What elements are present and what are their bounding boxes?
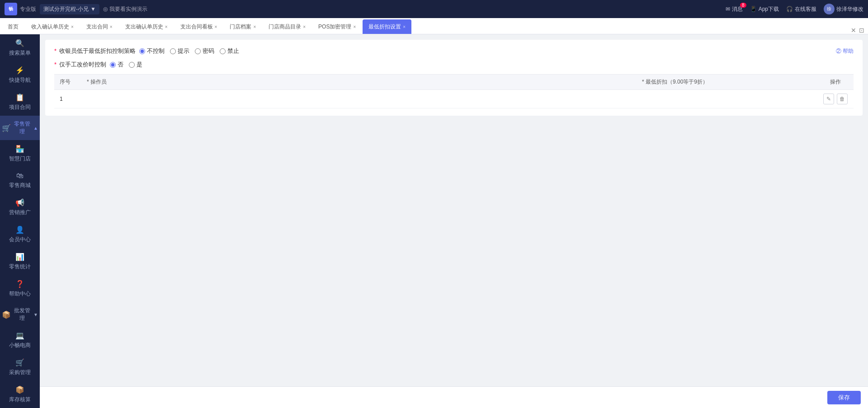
tab-close-payment_confirm[interactable]: × [165,24,168,29]
tab-close-min_discount[interactable]: × [403,24,406,29]
discount-policy-option-hint[interactable]: 提示 [170,47,189,55]
search-icon: 🔍 [15,39,24,47]
marketing-icon: 📢 [15,198,24,207]
sidebar-item-purchase[interactable]: 🛒采购管理 [0,354,40,381]
tab-label-payment_contract: 支出合同 [86,23,108,31]
sidebar-item-search[interactable]: 🔍搜索菜单 [0,34,40,61]
page-footer: 保存 [40,386,868,408]
discount-policy-row: * 收银员低于最低折扣控制策略 不控制提示密码禁止 ② 帮助 [54,47,854,55]
manual-price-label: * 仅手工改价时控制 [54,61,106,69]
retail-icon: 🛒 [2,124,11,132]
sidebar-item-online_store[interactable]: 🛍零售商城 [0,167,40,194]
sidebar-label-search: 搜索菜单 [9,49,31,57]
col-header-seq: 序号 [54,75,81,90]
discount-policy-option-no_control[interactable]: 不控制 [139,47,165,55]
row-discount-0 [637,90,817,108]
tab-pos_password[interactable]: POS加密管理× [312,19,362,34]
sidebar-item-shortcut[interactable]: ⚡快捷导航 [0,61,40,89]
sidebar-item-marketing[interactable]: 📢营销推广 [0,194,40,221]
dropdown-icon: ▼ [90,6,96,12]
tab-home[interactable]: 首页 [2,19,24,34]
tab-close-pos_password[interactable]: × [353,24,356,29]
project-name: 测试分开完程-小兄 [43,5,89,13]
tab-store_catalog[interactable]: 门店商品目录× [263,19,311,34]
sidebar-item-wholesale[interactable]: 📦批发管理▼ [0,302,40,327]
manual-price-radio-group: 否是 [110,61,142,69]
sidebar-item-member[interactable]: 👤会员中心 [0,221,40,248]
col-header-operator: * 操作员 [81,75,637,90]
discount-policy-label-no_control: 不控制 [147,47,165,55]
sidebar-label-marketing: 营销推广 [9,209,31,216]
sidebar-label-smart_store: 智慧门店 [9,155,31,163]
tab-close-payment_board[interactable]: × [215,24,217,29]
manual-price-row: * 仅手工改价时控制 否是 [54,61,854,69]
sidebar-item-ecommerce[interactable]: 💻小畅电商 [0,327,40,354]
avatar: 徐 [824,4,835,14]
sidebar-label-shortcut: 快捷导航 [9,76,31,84]
sidebar-label-member: 会员中心 [9,236,31,244]
sidebar-item-inventory[interactable]: 📦库存核算 [0,381,40,408]
help-link[interactable]: ② 帮助 [836,47,854,55]
sidebar-item-help[interactable]: ❓帮助中心 [0,275,40,302]
table-row: 1 ✎ 🗑 [54,90,854,108]
discount-policy-option-password[interactable]: 密码 [195,47,214,55]
tab-close-store_catalog[interactable]: × [303,24,306,29]
topbar-left: 畅 专业版 测试分开完程-小兄 ▼ ◎ 我要看实例演示 [5,3,147,15]
sidebar-item-project[interactable]: 📋项目合同 [0,89,40,116]
retail_stat-icon: 📊 [15,253,24,261]
discount-policy-radio-no_control[interactable] [139,48,145,54]
manual-price-option-yes[interactable]: 是 [129,61,142,69]
discount-policy-option-forbid[interactable]: 禁止 [220,47,239,55]
sidebar-item-retail[interactable]: 🛒零售管理▲ [0,116,40,140]
discount-policy-label-hint: 提示 [178,47,189,55]
sidebar-item-smart_store[interactable]: 🏪智慧门店 [0,140,40,167]
expand-tab-btn[interactable]: ⊡ [859,27,864,34]
message-badge: 8 [740,3,746,8]
edit-btn-0[interactable]: ✎ [823,94,834,104]
page-content: * 收银员低于最低折扣控制策略 不控制提示密码禁止 ② 帮助 * 仅手工改价时控… [40,34,868,386]
tab-close-store_file[interactable]: × [253,24,256,29]
tab-label-home: 首页 [8,23,19,31]
demo-link[interactable]: ◎ 我要看实例演示 [103,5,147,13]
tab-payment_board[interactable]: 支出合同看板× [175,19,223,34]
content-area: * 收银员低于最低折扣控制策略 不控制提示密码禁止 ② 帮助 * 仅手工改价时控… [40,34,868,408]
sidebar-label-inventory: 库存核算 [9,396,31,403]
tab-label-store_file: 门店档案 [230,23,251,31]
user-area[interactable]: 徐 徐泽华修改 [824,4,863,14]
sidebar-label-retail: 零售管理 [12,120,33,136]
delete-btn-0[interactable]: 🗑 [837,94,848,104]
support-btn[interactable]: 🎧 在线客服 [786,5,816,13]
sidebar-items-container: 🔍搜索菜单⚡快捷导航📋项目合同🛒零售管理▲🏪智慧门店🛍零售商城📢营销推广👤会员中… [0,34,40,408]
discount-policy-radio-forbid[interactable] [220,48,226,54]
manual-price-radio-no[interactable] [110,62,116,68]
tab-close-payment_contract[interactable]: × [110,24,113,29]
manual-price-label-yes: 是 [137,61,142,69]
save-button[interactable]: 保存 [827,391,861,404]
discount-policy-radio-password[interactable] [195,48,201,54]
discount-policy-label-password: 密码 [203,47,214,55]
project-icon: 📋 [15,93,24,102]
sidebar-label-purchase: 采购管理 [9,369,31,376]
table-body: 1 ✎ 🗑 [54,90,854,108]
manual-price-option-no[interactable]: 否 [110,61,123,69]
tab-payment_contract[interactable]: 支出合同× [80,19,118,34]
tabbar-actions: ✕ ⊡ [849,27,866,34]
tab-min_discount[interactable]: 最低折扣设置× [363,19,411,34]
support-label: 在线客服 [795,5,816,13]
app-download-btn[interactable]: 📱 App下载 [750,5,779,13]
tab-store_file[interactable]: 门店档案× [224,19,262,34]
project-selector[interactable]: 测试分开完程-小兄 ▼ [40,4,99,14]
message-btn[interactable]: ✉ 消息 8 [726,5,743,13]
discount-policy-radio-hint[interactable] [170,48,176,54]
discount-policy-label: * 收银员低于最低折扣控制策略 [54,47,136,55]
sidebar-item-retail_stat[interactable]: 📊零售统计 [0,248,40,275]
tab-income_confirm[interactable]: 收入确认单历史× [25,19,80,34]
tabs-container: 首页收入确认单历史×支出合同×支出确认单历史×支出合同看板×门店档案×门店商品目… [2,19,412,34]
discount-table: 序号* 操作员* 最低折扣（9.00等于9折）操作 1 ✎ 🗑 [54,74,854,108]
tab-label-min_discount: 最低折扣设置 [368,23,401,31]
sidebar: 🔍搜索菜单⚡快捷导航📋项目合同🛒零售管理▲🏪智慧门店🛍零售商城📢营销推广👤会员中… [0,34,40,408]
tab-payment_confirm[interactable]: 支出确认单历史× [119,19,174,34]
tab-close-income_confirm[interactable]: × [71,24,74,29]
close-tab-btn[interactable]: ✕ [851,27,856,34]
manual-price-radio-yes[interactable] [129,62,135,68]
